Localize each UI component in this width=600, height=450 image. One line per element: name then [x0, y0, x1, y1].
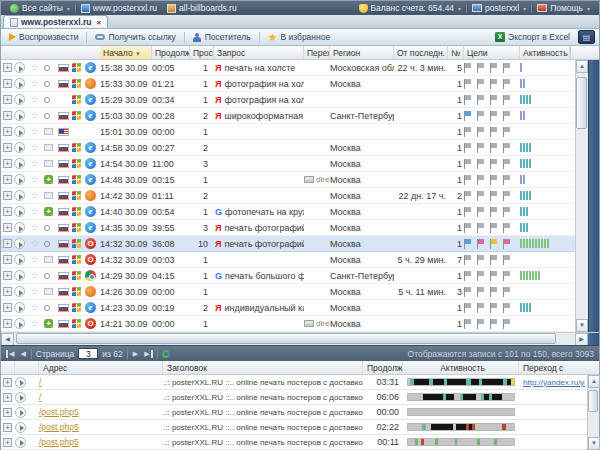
replay-visit-icon[interactable] [14, 222, 25, 233]
visit-row[interactable]: +☆e15:03 30.0900:282Яширокоформатная печ… [1, 108, 575, 124]
expand-icon[interactable]: + [3, 408, 12, 417]
tab-posterxxl[interactable]: www.posterxxl.ru × [3, 15, 108, 28]
visit-row[interactable]: +☆14:26 30.0900:001Москва5 ч. 11 мин.3 [1, 284, 575, 300]
visit-row[interactable]: +☆e14:23 30.0900:192Яиндивидуальный кале… [1, 300, 575, 316]
page-address-link[interactable]: /post.php5 [39, 407, 79, 417]
scroll-thumb[interactable] [588, 390, 598, 412]
column-header-visit-number[interactable]: № П [448, 46, 464, 59]
column-header-referrer[interactable]: Переход с [519, 361, 585, 374]
column-header-views[interactable]: Просмот [190, 46, 214, 59]
column-header-activity[interactable]: Активность [520, 46, 570, 59]
expand-icon[interactable]: + [3, 423, 12, 432]
expand-icon[interactable]: + [3, 319, 12, 328]
prev-page-button[interactable]: ◀ [19, 350, 26, 358]
favorite-star-icon[interactable]: ☆ [30, 62, 40, 73]
expand-icon[interactable]: + [3, 111, 12, 120]
export-excel-button[interactable]: X Экспорт в Excel [491, 31, 574, 43]
column-header-start[interactable]: Начало ▼ [100, 46, 152, 59]
column-header-activity[interactable]: Активность [403, 361, 519, 374]
favorite-star-icon[interactable]: ☆ [30, 142, 40, 153]
expand-icon[interactable]: + [3, 303, 12, 312]
vertical-scrollbar[interactable]: ▲ ▼ [575, 60, 588, 332]
column-header-address[interactable]: Адрес [39, 361, 163, 374]
favorite-star-icon[interactable]: ☆ [30, 158, 40, 169]
next-page-button[interactable]: ▶ [132, 350, 139, 358]
scroll-thumb[interactable] [576, 77, 587, 129]
get-link-button[interactable]: Получить ссылку [91, 31, 179, 43]
favorite-star-icon[interactable]: ☆ [30, 318, 40, 329]
visit-row[interactable]: +☆14:29 30.0904:151Gпечать большого форм… [1, 268, 575, 284]
topbar-help[interactable]: Помощь ▾ [532, 3, 595, 13]
expand-icon[interactable]: + [3, 127, 12, 136]
replay-visit-icon[interactable] [14, 158, 25, 169]
scroll-up-button[interactable]: ▲ [588, 375, 600, 388]
favorite-star-icon[interactable]: ☆ [30, 238, 40, 249]
favorite-star-icon[interactable]: ☆ [30, 270, 40, 281]
column-header-region[interactable]: Регион [330, 46, 394, 59]
expand-icon[interactable]: + [3, 175, 12, 184]
replay-visit-icon[interactable] [14, 126, 25, 137]
favorite-star-icon[interactable]: ☆ [30, 126, 40, 137]
replay-visit-icon[interactable] [14, 286, 25, 297]
horizontal-scrollbar[interactable]: ◀ ▶ [1, 332, 599, 345]
visit-row[interactable]: +☆+e14:40 30.0900:541Gфотопечать на круж… [1, 204, 575, 220]
replay-page-icon[interactable] [15, 437, 26, 448]
scroll-up-button[interactable]: ▲ [576, 60, 588, 73]
replay-visit-icon[interactable] [14, 94, 25, 105]
visitor-button[interactable]: Посетитель [189, 31, 255, 43]
column-header-goals[interactable]: Цели [464, 46, 520, 59]
replay-visit-icon[interactable] [14, 238, 25, 249]
expand-icon[interactable]: + [3, 191, 12, 200]
favorite-star-icon[interactable]: ☆ [30, 254, 40, 265]
scroll-track[interactable] [14, 333, 575, 345]
favorite-star-icon[interactable]: ☆ [30, 78, 40, 89]
expand-icon[interactable]: + [3, 79, 12, 88]
scroll-down-button[interactable]: ▼ [576, 319, 588, 332]
visit-row[interactable]: +☆+O14:21 30.0900:001direМосква1 [1, 316, 575, 332]
expand-icon[interactable]: + [3, 378, 12, 387]
replay-visit-icon[interactable] [14, 206, 25, 217]
page-number-input[interactable] [78, 348, 98, 359]
favorite-star-icon[interactable]: ☆ [30, 302, 40, 313]
replay-visit-icon[interactable] [14, 78, 25, 89]
pageview-row[interactable]: +/post.php5.:: posterXXL.RU ::.. online … [1, 405, 587, 420]
page-address-link[interactable]: /post.php5 [39, 422, 79, 432]
collapse-panel-button[interactable]: ▤ [578, 30, 595, 44]
scroll-down-button[interactable]: ▼ [588, 437, 600, 450]
replay-visit-icon[interactable] [14, 254, 25, 265]
visit-row[interactable]: +☆e14:54 30.0911:003Москва1 [1, 156, 575, 172]
column-header-duration[interactable]: Продолж-с [152, 46, 190, 59]
tab-close-icon[interactable]: × [97, 18, 102, 27]
refresh-icon[interactable] [162, 350, 170, 358]
column-header-duration[interactable]: Продолж-ть [363, 361, 403, 374]
expand-icon[interactable]: + [3, 95, 12, 104]
favorite-star-icon[interactable]: ☆ [30, 190, 40, 201]
replay-page-icon[interactable] [15, 392, 26, 403]
expand-icon[interactable]: + [3, 159, 12, 168]
pageview-row[interactable]: +/post.php5.:: posterXXL.RU ::.. online … [1, 435, 587, 450]
expand-icon[interactable]: + [3, 63, 12, 72]
pageview-row[interactable]: +/post.php5.:: posterXXL.RU ::.. online … [1, 420, 587, 435]
topbar-balance[interactable]: Баланс счета: 654.44 ▾ [354, 3, 467, 13]
replay-visit-icon[interactable] [14, 110, 25, 121]
visit-row[interactable]: +☆O14:32 30.0900:031Москва5 ч. 29 мин.7 [1, 252, 575, 268]
visit-row[interactable]: +☆e15:29 30.0900:341Яфотография на холст… [1, 92, 575, 108]
replay-visit-icon[interactable] [14, 302, 25, 313]
expand-icon[interactable]: + [3, 223, 12, 232]
visit-row[interactable]: +☆e15:38 30.0900:051Япечать на холстеМос… [1, 60, 575, 76]
favorite-star-icon[interactable]: ☆ [30, 94, 40, 105]
replay-visit-icon[interactable] [14, 174, 25, 185]
visit-row[interactable]: +☆e14:35 30.0939:553Япечать фотографий б… [1, 220, 575, 236]
expand-icon[interactable]: + [3, 143, 12, 152]
topbar-site-allbillboards[interactable]: all-billboards.ru [162, 3, 242, 13]
expand-icon[interactable]: + [3, 255, 12, 264]
replay-visit-icon[interactable] [14, 190, 25, 201]
favorite-star-icon[interactable]: ☆ [30, 174, 40, 185]
page-address-link[interactable]: / [39, 377, 41, 387]
favorite-star-icon[interactable]: ☆ [30, 222, 40, 233]
column-header-last-visit[interactable]: От последн. [394, 46, 448, 59]
replay-page-icon[interactable] [15, 422, 26, 433]
expand-icon[interactable]: + [3, 287, 12, 296]
pageview-row[interactable]: +/.:: posterXXL.RU ::.. online печать по… [1, 390, 587, 405]
expand-icon[interactable]: + [3, 393, 12, 402]
